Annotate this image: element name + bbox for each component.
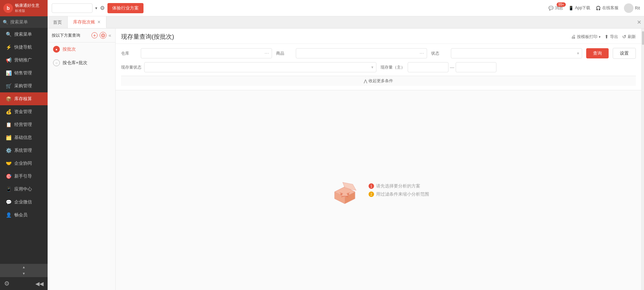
status-dropdown-icon[interactable]: ▾ <box>577 51 579 56</box>
service-icon: 🎧 <box>596 6 601 11</box>
refresh-label: 刷新 <box>628 34 636 40</box>
inventory-qty-min-input[interactable] <box>408 62 448 72</box>
topbar-right: 💬 消息 99+ 📱 App下载 🎧 在线客服 Rit <box>548 3 640 13</box>
filter-scheme-panel: 按以下方案查询 + ⚙ « ● 按批次 <box>48 29 116 290</box>
app-center-label: 应用中心 <box>14 186 32 192</box>
tab-batch-account[interactable]: 库存批次账 ✕ <box>68 16 106 28</box>
sidebar-item-purchase[interactable]: 🛒 采购管理 <box>0 79 48 92</box>
add-scheme-button[interactable]: + <box>91 32 98 38</box>
sidebar-item-sales[interactable]: 📊 销售管理 <box>0 67 48 79</box>
scheme-item-by-warehouse-batch[interactable]: ○ 按仓库+批次 <box>48 56 115 70</box>
online-service-button[interactable]: 🎧 在线客服 <box>596 5 618 11</box>
warehouse-more-icon[interactable]: ··· <box>265 50 269 56</box>
scheme-item-by-batch[interactable]: ● 按批次 <box>48 42 115 56</box>
settings-icon[interactable]: ⚙ <box>4 280 10 287</box>
sidebar-item-inventory[interactable]: 📦 库存核算 <box>0 92 48 105</box>
tip-2-text: 用过滤条件来缩小分析范围 <box>376 191 429 197</box>
user-profile-button[interactable]: Rit <box>624 3 640 13</box>
sidebar-item-system[interactable]: ⚙️ 系统管理 <box>0 144 48 157</box>
sidebar-header: b 畅康通好生意 标准版 <box>0 0 48 16</box>
inventory-status-input[interactable]: ▾ <box>144 62 376 72</box>
avatar <box>624 3 633 13</box>
inventory-status-dropdown[interactable]: ▾ <box>371 65 373 70</box>
goods-label: 商品 <box>276 51 293 56</box>
goods-input[interactable]: ··· <box>296 48 427 58</box>
collapse-more-label: 收起更多条件 <box>369 78 393 84</box>
purchase-icon: 🛒 <box>5 83 12 89</box>
qty-separator: — <box>448 65 456 70</box>
sidebar-search-item[interactable]: 🔍 搜索菜单 <box>0 16 48 28</box>
warehouse-input[interactable]: ··· <box>141 48 272 58</box>
sidebar-item-wechat[interactable]: 💬 企业微信 <box>0 196 48 209</box>
filter-panel-header: 按以下方案查询 + ⚙ « <box>48 29 115 42</box>
experience-btn[interactable]: 体验行业方案 <box>107 3 143 13</box>
company-info: 畅康通好生意 标准版 <box>15 3 39 13</box>
topbar-dropdown-icon[interactable]: ▾ <box>95 6 97 11</box>
empty-content: 1 请先选择要分析的方案 2 用过滤条件来缩小分析范围 <box>328 173 429 207</box>
page-title-bar: 现存量查询(按批次) 🖨 按模板打印 ▾ ⬆ 导出 ↺ 刷新 <box>116 29 641 44</box>
inventory-qty-max-input[interactable] <box>456 62 496 72</box>
status-field: 状态 ▾ <box>431 48 582 58</box>
filter-row-2: 现存量状态 ▾ 现存量（主） — <box>121 62 636 72</box>
tabs-bar: 首页 库存批次账 ✕ ✕ <box>48 16 644 29</box>
sidebar-item-basics[interactable]: 🗂️ 基础信息 <box>0 131 48 144</box>
message-button[interactable]: 💬 消息 99+ <box>548 5 563 11</box>
search-icon: 🔍 <box>5 31 12 37</box>
print-button[interactable]: 🖨 按模板打印 ▾ <box>571 34 600 40</box>
wechat-icon: 💬 <box>5 199 12 205</box>
goods-more-icon[interactable]: ··· <box>420 50 424 56</box>
filter-row-1: 仓库 ··· 商品 ··· 状态 <box>121 48 636 59</box>
collapse-more-button[interactable]: ⋀ 收起更多条件 <box>121 76 636 86</box>
sidebar-item-quick-nav[interactable]: ⚡ 快捷导航 <box>0 41 48 54</box>
scheme-icon-outline: ○ <box>53 59 60 66</box>
app-download-icon: 📱 <box>569 6 574 11</box>
app-center-icon: 📱 <box>5 186 12 192</box>
print-dropdown-icon[interactable]: ▾ <box>599 35 600 39</box>
sidebar-scroll-down[interactable]: ▼ <box>0 270 48 277</box>
app-download-button[interactable]: 📱 App下载 <box>569 5 590 11</box>
scrollbar-handle[interactable] <box>642 31 644 45</box>
app-download-label: App下载 <box>575 5 590 11</box>
sidebar-item-member[interactable]: 👤 畅会员 <box>0 209 48 221</box>
tip-1-text: 请先选择要分析的方案 <box>376 183 420 189</box>
sidebar-item-marketing[interactable]: 📢 营销推广 <box>0 54 48 67</box>
sidebar-scroll-up[interactable]: ▲ <box>0 264 48 270</box>
refresh-icon: ↺ <box>622 34 626 39</box>
page-scrollbar[interactable] <box>641 29 644 290</box>
scheme-settings-button[interactable]: ⚙ <box>100 32 106 39</box>
sidebar-item-operations[interactable]: 📋 经营管理 <box>0 118 48 131</box>
tab-close-icon[interactable]: ✕ <box>97 20 101 24</box>
search-icon: 🔍 <box>3 20 8 25</box>
main-content: ▾ ⚙ 体验行业方案 💬 消息 99+ 📱 App下载 🎧 在线客服 Rit <box>48 0 644 290</box>
sidebar-item-newbie[interactable]: 🎯 新手引导 <box>0 170 48 183</box>
empty-illustration <box>328 173 362 207</box>
topbar-search-input[interactable] <box>52 3 92 13</box>
tab-close-all-icon[interactable]: ✕ <box>637 19 641 25</box>
status-input[interactable]: ▾ <box>451 48 582 58</box>
finance-label: 资金管理 <box>14 109 32 115</box>
quick-nav-icon: ⚡ <box>5 44 12 50</box>
export-button[interactable]: ⬆ 导出 <box>605 34 618 40</box>
system-icon: ⚙️ <box>5 147 12 153</box>
sidebar-item-finance[interactable]: 💰 资金管理 <box>0 105 48 118</box>
app-logo: b <box>3 3 13 13</box>
tab-home[interactable]: 首页 <box>48 16 68 28</box>
page-actions: 🖨 按模板打印 ▾ ⬆ 导出 ↺ 刷新 <box>571 34 636 40</box>
sidebar-item-collab[interactable]: 🤝 企业协同 <box>0 157 48 170</box>
quick-nav-label: 快捷导航 <box>14 44 32 50</box>
tip-2-num: 2 <box>369 192 374 197</box>
query-button[interactable]: 查询 <box>586 48 609 58</box>
marketing-icon: 📢 <box>5 57 12 63</box>
refresh-button[interactable]: ↺ 刷新 <box>622 34 636 40</box>
sidebar-item-search[interactable]: 🔍 搜索菜单 <box>0 28 48 41</box>
scheme-label-by-batch: 按批次 <box>63 46 76 52</box>
page-content: 按以下方案查询 + ⚙ « ● 按批次 <box>48 29 644 290</box>
collapse-sidebar-icon[interactable]: ◀◀ <box>35 280 44 287</box>
sales-icon: 📊 <box>5 70 12 76</box>
svg-point-6 <box>347 193 349 195</box>
panel-collapse-button[interactable]: « <box>108 33 111 38</box>
sidebar-item-app-center[interactable]: 📱 应用中心 <box>0 183 48 196</box>
topbar-gear-icon[interactable]: ⚙ <box>100 5 105 11</box>
settings-button[interactable]: 设置 <box>613 48 636 59</box>
member-label: 畅会员 <box>14 212 28 218</box>
